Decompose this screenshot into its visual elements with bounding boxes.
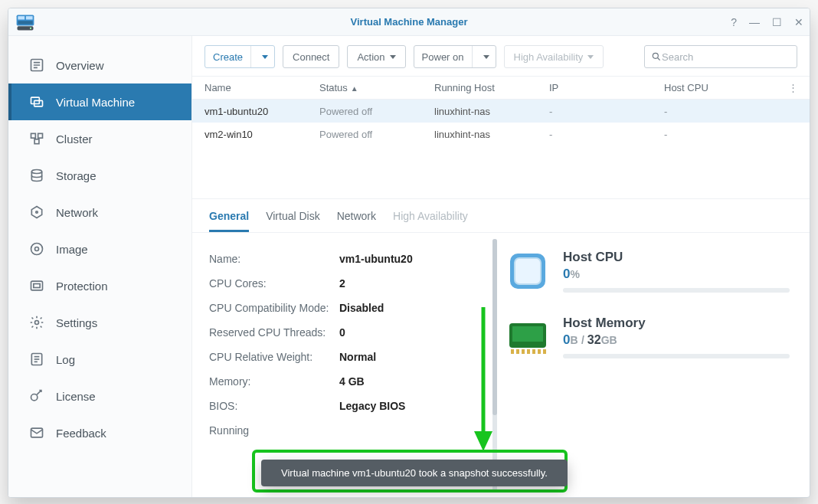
poweron-button[interactable]: Power on (414, 45, 496, 68)
cell-status: Powered off (319, 129, 434, 140)
connect-button[interactable]: Connect (283, 45, 339, 68)
stat-mem-total-unit: GB (601, 334, 617, 346)
kv-val: Normal (339, 351, 376, 363)
table-row[interactable]: vm1-ubuntu20 Powered off linuxhint-nas -… (192, 100, 810, 123)
action-button[interactable]: Action (347, 45, 405, 68)
stat-cpu-bar (563, 288, 790, 293)
sidebar-item-settings[interactable]: Settings (8, 304, 191, 341)
toast-snapshot-success: Virtual machine vm1-ubuntu20 took a snap… (261, 460, 568, 486)
svg-point-17 (31, 244, 43, 255)
sidebar: Overview Virtual Machine Cluster Storage… (8, 36, 192, 497)
col-cpu[interactable]: Host CPU (664, 82, 788, 93)
sidebar-label: Network (56, 206, 98, 219)
svg-point-18 (35, 247, 39, 251)
sidebar-label: Cluster (56, 133, 93, 146)
sidebar-label: Virtual Machine (56, 96, 135, 109)
search-input[interactable] (662, 51, 790, 63)
kv-val: 0 (339, 326, 345, 339)
detail-tabs: General Virtual Disk Network High Availa… (192, 199, 810, 233)
sidebar-item-network[interactable]: Network (8, 194, 191, 231)
sidebar-item-cluster[interactable]: Cluster (8, 120, 191, 157)
svg-point-15 (31, 170, 41, 174)
minimize-icon[interactable]: — (749, 16, 760, 28)
cell-host: linuxhint-nas (434, 129, 549, 140)
sidebar-item-log[interactable]: Log (8, 341, 191, 378)
sidebar-item-feedback[interactable]: Feedback (8, 414, 191, 451)
action-label: Action (357, 51, 384, 63)
titlebar: Virtual Machine Manager ? — ☐ ✕ (8, 8, 810, 36)
main-body: Overview Virtual Machine Cluster Storage… (8, 36, 810, 497)
svg-rect-39 (538, 349, 541, 354)
app-icon (15, 11, 36, 33)
sidebar-item-overview[interactable]: Overview (8, 47, 191, 83)
svg-point-21 (35, 321, 39, 325)
settings-icon (28, 314, 45, 331)
cell-cpu: - (664, 106, 797, 117)
log-icon (28, 351, 45, 368)
cell-ip: - (549, 129, 664, 140)
svg-point-16 (36, 211, 38, 214)
svg-rect-38 (532, 349, 535, 354)
column-options-icon[interactable]: ⋮ (788, 82, 797, 93)
detail-stats: Host CPU 0% Host Memory 0B (499, 233, 810, 497)
tab-network[interactable]: Network (337, 210, 376, 232)
stat-cpu: Host CPU 0% (506, 250, 790, 293)
connect-label: Connect (293, 51, 329, 63)
col-name[interactable]: Name (204, 82, 319, 93)
tab-ha: High Availability (393, 210, 468, 232)
kv-key: CPU Compatibility Mode: (209, 302, 339, 314)
cell-status: Powered off (319, 106, 434, 117)
vm-icon (28, 93, 45, 110)
sidebar-item-image[interactable]: Image (8, 231, 191, 267)
sidebar-item-virtual-machine[interactable]: Virtual Machine (8, 83, 191, 120)
chevron-down-icon (262, 55, 268, 59)
tab-vdisk[interactable]: Virtual Disk (266, 210, 320, 232)
table-header: Name Status▲ Running Host IP Host CPU ⋮ (192, 77, 810, 100)
svg-point-5 (30, 28, 31, 29)
toolbar: Create Connect Action Power on High Avai… (192, 36, 810, 77)
sidebar-label: Overview (56, 59, 104, 72)
sidebar-item-storage[interactable]: Storage (8, 157, 191, 194)
sidebar-item-license[interactable]: License (8, 378, 191, 414)
svg-rect-1 (18, 16, 25, 19)
sidebar-item-protection[interactable]: Protection (8, 267, 191, 304)
storage-icon (28, 167, 45, 184)
scrollbar-handle[interactable] (492, 239, 497, 415)
tab-general[interactable]: General (209, 210, 249, 232)
close-icon[interactable]: ✕ (794, 16, 803, 28)
table-row[interactable]: vm2-win10 Powered off linuxhint-nas - - (192, 123, 810, 146)
create-label: Create (205, 46, 251, 67)
stat-mem-total: 32 (587, 333, 601, 346)
maximize-icon[interactable]: ☐ (772, 16, 782, 28)
kv-key: Reserved CPU Threads: (209, 326, 339, 339)
col-status[interactable]: Status▲ (319, 82, 434, 93)
svg-point-26 (31, 394, 38, 401)
sidebar-label: Feedback (56, 427, 106, 440)
help-icon[interactable]: ? (731, 16, 737, 28)
kv-key: Memory: (209, 375, 339, 388)
stat-mem-bar (563, 354, 790, 358)
search-box[interactable] (644, 45, 797, 68)
cell-host: linuxhint-nas (434, 106, 549, 117)
kv-val: vm1-ubuntu20 (339, 253, 413, 265)
svg-rect-31 (515, 258, 541, 284)
cell-ip: - (549, 106, 664, 117)
col-ip[interactable]: IP (549, 82, 664, 93)
detail-scrollbar[interactable] (492, 239, 497, 491)
poweron-caret[interactable] (477, 46, 496, 67)
license-icon (28, 388, 45, 404)
cell-name: vm2-win10 (204, 129, 319, 140)
svg-rect-19 (31, 281, 43, 290)
kv-val: Legacy BIOS (339, 400, 405, 412)
svg-line-29 (658, 58, 660, 61)
window-controls: ? — ☐ ✕ (731, 8, 803, 36)
create-button[interactable]: Create (204, 45, 275, 68)
create-caret[interactable] (256, 46, 274, 67)
protection-icon (28, 277, 45, 294)
col-host[interactable]: Running Host (434, 82, 549, 93)
chevron-down-icon (483, 55, 489, 59)
svg-rect-13 (38, 133, 43, 138)
vm-list: vm1-ubuntu20 Powered off linuxhint-nas -… (192, 100, 810, 199)
stat-cpu-unit: % (570, 268, 579, 280)
stat-mem-label: Host Memory (563, 316, 790, 331)
